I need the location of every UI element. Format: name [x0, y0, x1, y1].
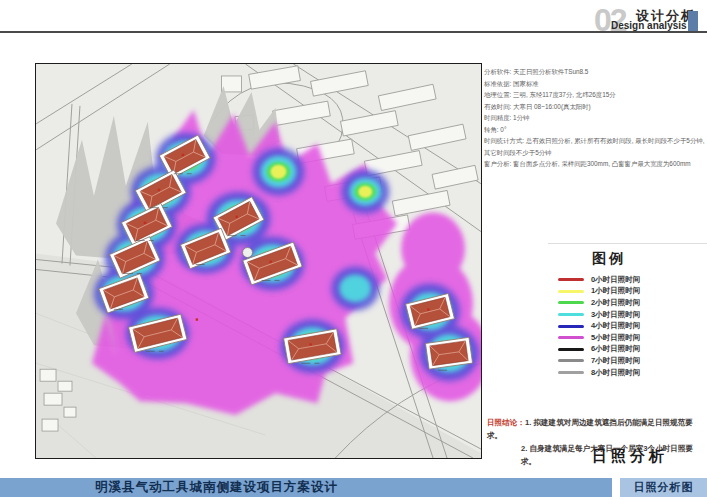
legend-title: 图例: [592, 250, 707, 268]
parameter-line: 地理位置: 三明, 东经117度37分, 北纬26度15分: [484, 89, 707, 101]
legend-item: 2小时日照时间: [558, 297, 707, 309]
parameter-line: 有效时间: 大寒日 08~16:00(真太阳时): [484, 101, 707, 113]
legend-item: 3小时日照时间: [558, 309, 707, 321]
parameter-line: 标准依据: 国家标准: [484, 78, 707, 90]
parameter-line: 转角: 0°: [484, 124, 707, 136]
drawing-title: 日照分析图: [634, 480, 694, 495]
header-divider: [0, 31, 707, 33]
legend-item: 1小时日照时间: [558, 286, 707, 298]
legend-item: 5小时日照时间: [558, 332, 707, 344]
site-plan-drawing: [36, 64, 481, 458]
parameter-line: 时间精度: 1分钟: [484, 112, 707, 124]
project-title: 明溪县气动工具城南侧建设项目方案设计: [0, 479, 338, 496]
conclusion-label: 日照结论：: [487, 418, 525, 427]
legend-item: 8小时日照时间: [558, 367, 707, 379]
legend-color-swatch: [558, 325, 584, 328]
drawing-title-box: 日照分析图: [620, 478, 707, 497]
legend-divider: [548, 243, 707, 244]
legend-color-swatch: [558, 313, 584, 316]
parameter-line: 窗户分析: 窗台面多点分析, 采样间距300mm, 凸窗窗户最大宽度为600mm: [484, 158, 707, 170]
analysis-parameters: 分析软件: 天正日照分析软件TSun8.5 标准依据: 国家标准 地理位置: 三…: [484, 66, 707, 170]
road-junction-circle: [243, 248, 253, 258]
legend-color-swatch: [558, 371, 584, 374]
legend-color-swatch: [558, 336, 584, 339]
design-analysis-sheet: 02 设计分析 Design analysis: [0, 0, 707, 500]
project-title-bar: 明溪县气动工具城南侧建设项目方案设计: [0, 478, 612, 497]
legend-item: 7小时日照时间: [558, 355, 707, 367]
legend-color-swatch: [558, 348, 584, 351]
legend-item: 6小时日照时间: [558, 344, 707, 356]
legend-color-swatch: [558, 301, 584, 304]
legend-color-swatch: [558, 290, 584, 293]
legend-color-swatch: [558, 359, 584, 362]
legend-color-swatch: [558, 278, 584, 281]
legend-item: 0小时日照时间: [558, 274, 707, 286]
page-title-en: Design analysis: [611, 20, 687, 31]
legend-item: 4小时日照时间: [558, 320, 707, 332]
legend: 图例 0小时日照时间 1小时日照时间 2小时日照时间 3小时日照时间 4小时日照…: [558, 250, 707, 378]
parameter-line: 分析软件: 天正日照分析软件TSun8.5: [484, 66, 707, 78]
section-title: 日照分析: [560, 447, 700, 466]
conclusion-line: 日照结论：1. 拟建建筑对周边建筑遮挡后仍能满足日照规范要求。: [487, 416, 705, 442]
parameter-line: 时间统计方式: 总有效日照分析, 累计所有有效时间段, 最长时间段不少于5分钟,…: [484, 135, 707, 158]
header-accent-square: [688, 11, 698, 31]
sunlight-analysis-map: [35, 63, 482, 459]
